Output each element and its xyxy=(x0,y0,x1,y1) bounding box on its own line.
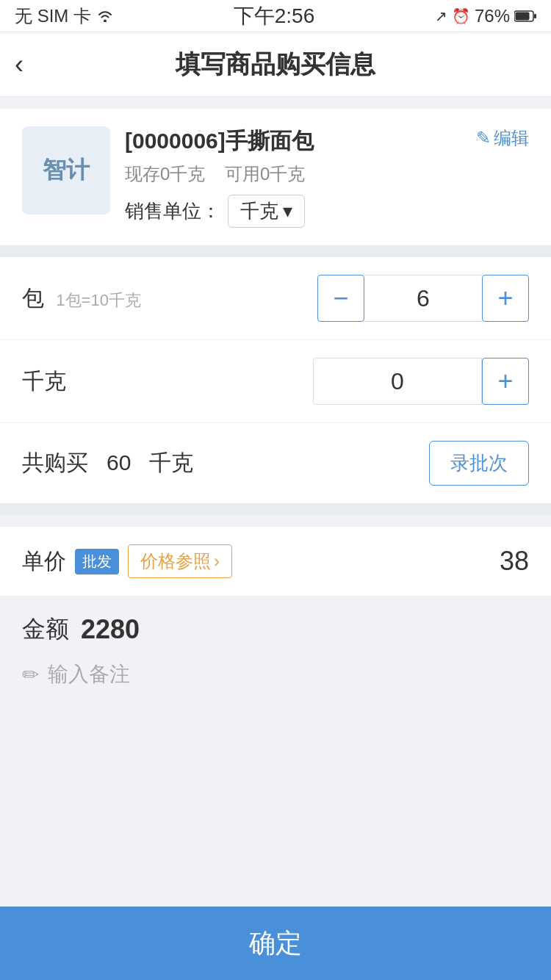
wifi-icon xyxy=(97,6,113,26)
battery-label: 76% xyxy=(475,6,510,26)
stock-label: 现存0千克 xyxy=(125,164,205,184)
kg-plus-button[interactable]: + xyxy=(482,358,529,405)
section-divider-2 xyxy=(0,503,551,515)
price-ref-arrow: › xyxy=(214,551,220,572)
bag-label: 包 1包=10千克 xyxy=(22,284,317,314)
price-tag: 批发 xyxy=(75,549,119,574)
kg-quantity-control: + xyxy=(313,358,529,405)
total-row: 共购买 60 千克 录批次 xyxy=(0,423,551,503)
svg-rect-1 xyxy=(516,12,530,20)
bag-minus-button[interactable]: − xyxy=(317,275,364,322)
price-label-text: 单价 xyxy=(22,547,66,577)
status-time: 下午2:56 xyxy=(234,2,315,30)
unit-label: 销售单位： xyxy=(125,198,220,224)
batch-button[interactable]: 录批次 xyxy=(429,441,529,486)
price-row: 单价 批发 价格参照 › 38 xyxy=(22,544,529,578)
unit-value: 千克 xyxy=(240,198,278,224)
product-card: 智计 [0000006]手撕面包 ✎ 编辑 现存0千克 可用0千克 销售单位： … xyxy=(0,109,551,245)
edit-icon: ✎ xyxy=(476,128,491,148)
total-text: 共购买 60 千克 xyxy=(22,448,193,478)
bag-quantity-input[interactable] xyxy=(364,275,482,322)
product-name: [0000006]手撕面包 xyxy=(125,126,476,156)
confirm-button[interactable]: 确定 xyxy=(0,907,551,980)
bag-sublabel: 1包=10千克 xyxy=(56,291,141,309)
price-section: 单价 批发 价格参照 › 38 xyxy=(0,527,551,596)
product-info: [0000006]手撕面包 ✎ 编辑 现存0千克 可用0千克 销售单位： 千克 … xyxy=(125,126,529,228)
status-left: 无 SIM 卡 xyxy=(15,4,113,28)
back-button[interactable]: ‹ xyxy=(15,49,24,80)
pencil-icon: ✏ xyxy=(22,663,39,687)
nav-bar: ‹ 填写商品购买信息 xyxy=(0,32,551,97)
product-image: 智计 xyxy=(22,126,110,215)
edit-button[interactable]: ✎ 编辑 xyxy=(476,126,529,150)
price-label: 单价 批发 价格参照 › xyxy=(22,544,232,578)
location-icon: ↗ xyxy=(435,7,447,25)
product-logo: 智计 xyxy=(43,154,90,187)
alarm-icon: ⏰ xyxy=(452,7,470,25)
input-section: 包 1包=10千克 − + 千克 + xyxy=(0,257,551,423)
kg-input-row: 千克 + xyxy=(0,340,551,423)
price-value: 38 xyxy=(500,546,529,577)
page-title: 填写商品购买信息 xyxy=(176,48,375,82)
kg-label: 千克 xyxy=(22,367,313,397)
svg-rect-2 xyxy=(534,14,536,18)
available-label: 可用0千克 xyxy=(225,164,305,184)
status-bar: 无 SIM 卡 下午2:56 ↗ ⏰ 76% xyxy=(0,0,551,32)
sim-label: 无 SIM 卡 xyxy=(15,4,91,28)
total-unit: 千克 xyxy=(149,450,193,475)
amount-row: 金额 2280 xyxy=(22,613,529,646)
remark-row[interactable]: ✏ 输入备注 xyxy=(22,660,529,688)
section-divider-1 xyxy=(0,245,551,257)
edit-label: 编辑 xyxy=(494,126,529,150)
amount-section: 金额 2280 ✏ 输入备注 xyxy=(0,596,551,706)
price-ref-label: 价格参照 xyxy=(140,550,211,573)
empty-space xyxy=(0,706,551,926)
status-right: ↗ ⏰ 76% xyxy=(435,6,536,26)
amount-value: 2280 xyxy=(81,614,140,645)
remark-placeholder: 输入备注 xyxy=(48,660,130,688)
total-label: 共购买 xyxy=(22,450,88,475)
confirm-label: 确定 xyxy=(249,926,302,962)
price-ref-button[interactable]: 价格参照 › xyxy=(128,544,232,578)
product-unit-row: 销售单位： 千克 ▾ xyxy=(125,195,529,228)
bag-quantity-control: − + xyxy=(317,275,529,322)
chevron-down-icon: ▾ xyxy=(283,200,292,223)
product-header: [0000006]手撕面包 ✎ 编辑 xyxy=(125,126,529,156)
product-stock: 现存0千克 可用0千克 xyxy=(125,162,529,186)
kg-quantity-input[interactable] xyxy=(313,358,482,405)
unit-select[interactable]: 千克 ▾ xyxy=(228,195,305,228)
bag-plus-button[interactable]: + xyxy=(482,275,529,322)
battery-icon xyxy=(514,6,536,26)
total-amount: 60 xyxy=(107,450,131,475)
amount-label: 金额 xyxy=(22,613,69,646)
bag-input-row: 包 1包=10千克 − + xyxy=(0,257,551,340)
